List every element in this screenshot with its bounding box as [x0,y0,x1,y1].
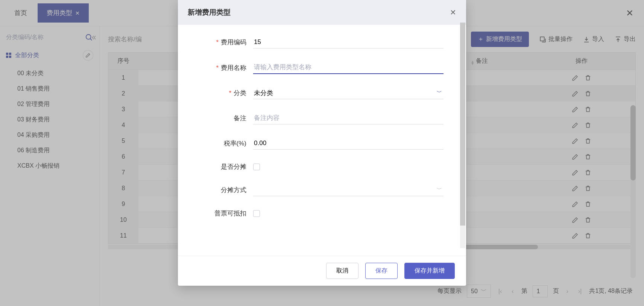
category-label: 分类 [234,89,246,97]
code-label: 费用编码 [221,39,246,46]
alloc-method-select[interactable] [253,184,444,196]
name-label: 费用名称 [221,64,246,71]
modal-scrollbar[interactable] [460,23,465,248]
deduct-checkbox[interactable] [253,210,260,217]
deduct-label: 普票可抵扣 [214,210,246,217]
app-root: 首页 费用类型 ✕ ✕ 全部分类 [0,0,644,306]
alloc-flag-checkbox[interactable] [253,164,260,170]
chevron-down-icon: ﹀ [437,89,442,96]
rate-label: 税率(%) [224,140,246,147]
category-select[interactable] [253,87,444,99]
chevron-down-icon: ﹀ [437,186,442,193]
modal-close-button[interactable]: ✕ [450,8,456,17]
scrollbar-thumb[interactable] [460,23,465,226]
modal-body: *费用编码 *费用名称 *分类 ﹀ 备注 税率(%) [178,25,466,256]
remark-label: 备注 [234,115,246,122]
cancel-button[interactable]: 取消 [326,263,358,279]
alloc-method-label: 分摊方式 [221,186,246,194]
modal-title: 新增费用类型 [188,8,231,17]
alloc-flag-label: 是否分摊 [221,163,246,170]
modal-footer: 取消 保存 保存并新增 [178,256,466,286]
add-expense-type-modal: 新增费用类型 ✕ *费用编码 *费用名称 *分类 ﹀ 备注 [178,0,466,286]
save-and-new-button[interactable]: 保存并新增 [404,263,455,279]
save-button[interactable]: 保存 [365,263,398,279]
code-input[interactable] [253,36,444,48]
name-input[interactable] [253,61,444,74]
modal-header: 新增费用类型 ✕ [178,0,466,25]
remark-input[interactable] [253,112,444,124]
rate-input[interactable] [253,137,444,150]
